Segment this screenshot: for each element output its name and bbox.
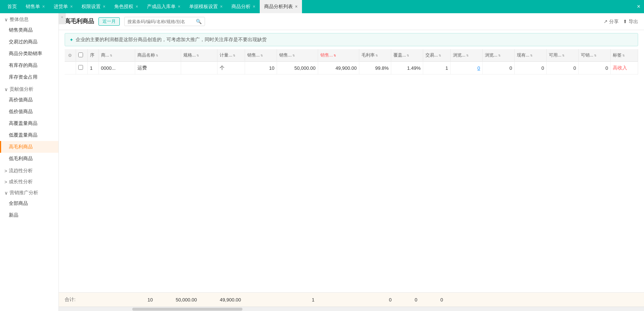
sidebar-collapse-button[interactable]: « xyxy=(59,13,66,24)
sidebar-group-arrow: ∨ xyxy=(4,87,8,92)
nav-close-icon[interactable]: × xyxy=(253,4,255,9)
checkbox-column-header xyxy=(76,49,87,62)
unit-column-header[interactable]: 计量...⇅ xyxy=(217,49,245,62)
period-button[interactable]: 近一月 xyxy=(98,17,120,26)
view2-column-header[interactable]: 浏览...⇅ xyxy=(482,49,514,62)
row-sale-cost: 49,900.00 xyxy=(318,62,359,75)
current-stock-column-header[interactable]: 现有...⇅ xyxy=(514,49,546,62)
coverage-column-header[interactable]: 覆盖...⇅ xyxy=(391,49,423,62)
data-table: ⚙ 序 商...⇅ 商品名称⇅ 规格...⇅ 计量...⇅ 销售...⇅ 销售.… xyxy=(65,49,638,75)
gross-margin-column-header[interactable]: 毛利率⇅ xyxy=(359,49,391,62)
sidebar-item-销售类商品[interactable]: 销售类商品 xyxy=(0,24,58,36)
sidebar-item-有库存的商品[interactable]: 有库存的商品 xyxy=(0,59,58,71)
export-button[interactable]: ⬆ 导出 xyxy=(623,18,638,25)
nav-close-icon[interactable]: × xyxy=(103,4,105,9)
sidebar-item-交易过的商品[interactable]: 交易过的商品 xyxy=(0,36,58,48)
sidebar-item-低价值商品[interactable]: 低价值商品 xyxy=(0,106,58,117)
row-checkbox[interactable] xyxy=(76,62,87,75)
sidebar: ∨整体信息销售类商品交易过的商品商品分类助销率有库存的商品库存资金占用∨贡献值分… xyxy=(0,13,59,311)
code-column-header[interactable]: 商...⇅ xyxy=(98,49,135,62)
sidebar-group-title: 整体信息 xyxy=(10,16,29,23)
sidebar-item-高覆盖量商品[interactable]: 高覆盖量商品 xyxy=(0,117,58,129)
footer-sale-cost: 49,900.00 xyxy=(204,297,248,303)
sale-amount-column-header[interactable]: 销售...⇅ xyxy=(277,49,318,62)
sidebar-item-低毛利商品[interactable]: 低毛利商品 xyxy=(0,153,58,164)
footer-empty1 xyxy=(248,297,274,303)
sidebar-item-商品分类助销率[interactable]: 商品分类助销率 xyxy=(0,48,58,59)
nav-close-icon[interactable]: × xyxy=(295,4,298,9)
sidebar-group-贡献值分析[interactable]: ∨贡献值分析 xyxy=(0,83,58,94)
nav-close-icon[interactable]: × xyxy=(220,4,223,9)
nav-close-icon[interactable]: × xyxy=(70,4,73,9)
row-code: 0000... xyxy=(98,62,135,75)
sidebar-group-arrow: ∨ xyxy=(4,190,8,196)
scrollbar-track[interactable] xyxy=(132,308,242,311)
row-sale-qty: 10 xyxy=(245,62,277,75)
nav-item-角色授权[interactable]: 角色授权× xyxy=(110,0,143,13)
nav-close-icon[interactable]: × xyxy=(42,4,45,9)
footer-current-stock: 0 xyxy=(373,297,399,303)
sidebar-group-title: 营销推广分析 xyxy=(10,189,38,196)
nav-item-权限设置[interactable]: 权限设置× xyxy=(77,0,110,13)
sidebar-group-营销推广分析[interactable]: ∨营销推广分析 xyxy=(0,187,58,198)
top-navigation: 首页销售单×进货单×权限设置×角色授权×产成品入库单×单据模板设置×商品分析×商… xyxy=(0,0,644,13)
horizontal-scrollbar[interactable] xyxy=(59,307,644,311)
sidebar-group-成长性分析[interactable]: >成长性分析 xyxy=(0,176,58,187)
row-current-stock: 0 xyxy=(514,62,546,75)
footer-trade: 1 xyxy=(300,297,322,303)
select-all-checkbox[interactable] xyxy=(78,53,83,57)
sidebar-item-全部商品[interactable]: 全部商品 xyxy=(0,198,58,209)
spec-column-header[interactable]: 规格...⇅ xyxy=(181,49,217,62)
sale-qty-column-header[interactable]: 销售...⇅ xyxy=(245,49,277,62)
sidebar-group-arrow: > xyxy=(4,168,7,174)
sale-cost-column-header[interactable]: 销售...⇅ xyxy=(318,49,359,62)
nav-item-进货单[interactable]: 进货单× xyxy=(49,0,77,13)
nav-item-首页[interactable]: 首页 xyxy=(3,0,21,13)
footer-total-bar: 合计: 10 50,000.00 49,900.00 1 0 0 0 xyxy=(59,292,644,307)
tag-column-header[interactable]: 标签⇅ xyxy=(611,49,638,62)
sidebar-group-arrow: ∨ xyxy=(4,17,8,22)
available-column-header[interactable]: 可用...⇅ xyxy=(547,49,579,62)
table-header-row: ⚙ 序 商...⇅ 商品名称⇅ 规格...⇅ 计量...⇅ 销售...⇅ 销售.… xyxy=(65,49,638,62)
footer-empty5: 0 xyxy=(425,297,450,303)
sidebar-item-高毛利商品[interactable]: 高毛利商品 xyxy=(0,141,58,153)
nav-item-商品分析列表[interactable]: 商品分析列表× xyxy=(260,0,302,13)
nav-close-icon[interactable]: × xyxy=(178,4,180,9)
nav-close-icon[interactable]: × xyxy=(136,4,138,9)
nav-item-产成品入库单[interactable]: 产成品入库单× xyxy=(143,0,185,13)
sidebar-group-title: 流趋性分析 xyxy=(9,167,33,174)
sidebar-group-arrow: > xyxy=(4,179,7,185)
settings-column-header[interactable]: ⚙ xyxy=(65,49,76,62)
row-select-checkbox[interactable] xyxy=(78,65,83,70)
sidebar-group-整体信息[interactable]: ∨整体信息 xyxy=(0,13,58,24)
sidebar-item-新品[interactable]: 新品 xyxy=(0,209,58,221)
share-button[interactable]: ↗ 分享 xyxy=(604,18,619,25)
alert-icon: ✦ xyxy=(69,37,73,43)
page-title: 高毛利商品 xyxy=(65,18,94,25)
table-container: ⚙ 序 商...⇅ 商品名称⇅ 规格...⇅ 计量...⇅ 销售...⇅ 销售.… xyxy=(65,49,638,292)
trade-column-header[interactable]: 交易...⇅ xyxy=(423,49,451,62)
sidebar-item-低覆盖量商品[interactable]: 低覆盖量商品 xyxy=(0,129,58,141)
close-app-button[interactable]: × xyxy=(637,3,640,10)
row-gear[interactable] xyxy=(65,62,76,75)
footer-sale-qty: 10 xyxy=(138,297,160,303)
sidebar-group-流趋性分析[interactable]: >流趋性分析 xyxy=(0,164,58,176)
nav-item-销售单[interactable]: 销售单× xyxy=(21,0,49,13)
row-coverage: 1.49% xyxy=(391,62,423,75)
search-icon[interactable]: 🔍 xyxy=(196,19,202,24)
footer-empty2 xyxy=(274,297,300,303)
footer-available: 0 xyxy=(399,297,425,303)
search-input[interactable] xyxy=(127,19,194,24)
sidebar-item-高价值商品[interactable]: 高价值商品 xyxy=(0,94,58,106)
name-column-header[interactable]: 商品名称⇅ xyxy=(135,49,181,62)
row-unit: 个 xyxy=(217,62,245,75)
nav-item-单据模板设置[interactable]: 单据模板设置× xyxy=(185,0,227,13)
view1-column-header[interactable]: 浏览...⇅ xyxy=(450,49,482,62)
footer-empty3 xyxy=(322,297,348,303)
sidebar-item-库存资金占用[interactable]: 库存资金占用 xyxy=(0,71,58,83)
row-view1[interactable]: 0 xyxy=(450,62,482,75)
header-actions: ↗ 分享 ⬆ 导出 xyxy=(604,18,638,25)
nav-item-商品分析[interactable]: 商品分析× xyxy=(227,0,260,13)
total-label: 合计: xyxy=(65,296,138,303)
saleable-column-header[interactable]: 可销...⇅ xyxy=(579,49,611,62)
